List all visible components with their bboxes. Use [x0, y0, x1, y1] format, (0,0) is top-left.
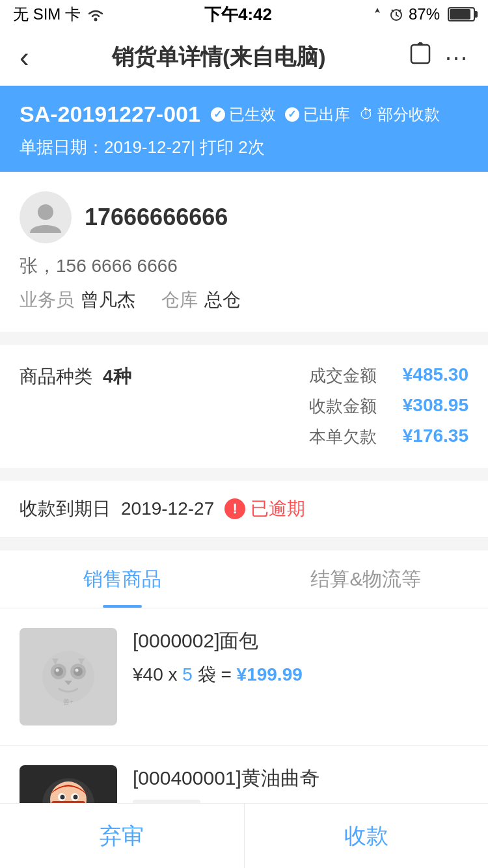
page-title: 销货单详情(来自电脑) — [112, 42, 326, 72]
sales-label: 业务员 — [20, 288, 74, 312]
customer-avatar — [20, 191, 72, 243]
customer-meta: 业务员 曾凡杰 仓库 总仓 — [20, 288, 468, 312]
svg-point-8 — [38, 204, 53, 220]
location-icon — [371, 8, 384, 21]
warehouse-name: 总仓 — [204, 288, 241, 312]
product-price-0: ¥40 x 5 袋 = ¥199.99 — [133, 662, 468, 687]
svg-point-12 — [54, 667, 63, 676]
svg-point-24 — [74, 795, 78, 800]
sales-meta: 业务员 曾凡杰 — [20, 288, 135, 312]
back-button[interactable]: ‹ — [20, 41, 29, 74]
owed-value: ¥176.35 — [403, 426, 468, 448]
product-price-val-0: ¥40 — [133, 664, 163, 685]
stats-right: 成交金额 ¥485.30 收款金额 ¥308.95 本单欠款 ¥176.35 — [309, 364, 468, 448]
status-bar-right: 87% — [371, 5, 475, 23]
tab-sales-products[interactable]: 销售商品 — [0, 550, 244, 608]
nav-bar: ‹ 销货单详情(来自电脑) ··· — [0, 29, 488, 86]
product-types-label: 商品种类 — [20, 364, 92, 389]
date-label: 单据日期： — [20, 137, 104, 157]
transaction-row: 成交金额 ¥485.30 — [309, 364, 468, 387]
date-value: 2019-12-27 — [104, 137, 191, 157]
owed-label: 本单欠款 — [309, 426, 377, 448]
share-icon[interactable] — [409, 42, 432, 72]
status-bar: 无 SIM 卡 下午4:42 87% — [0, 0, 488, 29]
status-bar-left: 无 SIM 卡 — [13, 4, 105, 25]
due-date-value: 2019-12-27 — [121, 498, 214, 519]
received-label: 收款金额 — [309, 395, 377, 418]
status-tags: ✓ 已生效 ✓ 已出库 ⏱ 部分收款 — [211, 104, 440, 125]
customer-info: 张，156 6666 6666 — [20, 254, 468, 278]
status-partial-label: 部分收款 — [377, 104, 440, 125]
order-date: 单据日期：2019-12-27| 打印 2次 — [20, 136, 468, 159]
received-row: 收款金额 ¥308.95 — [309, 395, 468, 418]
svg-line-3 — [396, 15, 398, 16]
battery-label: 87% — [409, 5, 440, 23]
transaction-value: ¥485.30 — [403, 364, 468, 387]
tab-settlement-label: 结算&物流等 — [310, 566, 421, 593]
carrier-label: 无 SIM 卡 — [13, 4, 81, 25]
print-label: | 打印 — [191, 137, 234, 157]
due-label: 收款到期日 — [20, 496, 111, 521]
product-item-0: 善+ [0000002]面包 ¥40 x 5 袋 = ¥199.99 — [0, 608, 488, 746]
clock-icon: ⏱ — [359, 106, 373, 123]
svg-point-0 — [94, 18, 98, 21]
product-total-0: ¥199.99 — [237, 664, 303, 685]
customer-section: 17666666666 张，156 6666 6666 业务员 曾凡杰 仓库 总… — [0, 172, 488, 332]
reject-button[interactable]: 弃审 — [0, 804, 245, 868]
transaction-label: 成交金额 — [309, 364, 377, 387]
status-shipped-label: 已出库 — [303, 104, 350, 125]
tab-settlement[interactable]: 结算&物流等 — [244, 550, 488, 608]
check-icon-2: ✓ — [285, 107, 299, 122]
stats-section: 商品种类 4种 成交金额 ¥485.30 收款金额 ¥308.95 本单欠款 ¥… — [0, 345, 488, 468]
product-name-0: [0000002]面包 — [133, 628, 468, 655]
product-eq-0: = — [221, 664, 236, 685]
svg-text:善+: 善+ — [63, 698, 74, 705]
product-qty-0: 5 — [182, 664, 193, 685]
product-info-0: [0000002]面包 ¥40 x 5 袋 = ¥199.99 — [133, 628, 468, 687]
product-unit-0: 袋 — [198, 664, 216, 685]
customer-phone: 17666666666 — [85, 204, 228, 231]
alarm-icon — [389, 7, 403, 21]
nav-actions: ··· — [409, 42, 468, 72]
product-image-0: 善+ — [20, 628, 117, 726]
overdue-text: 已逾期 — [251, 496, 305, 521]
svg-point-23 — [61, 795, 65, 800]
battery-icon — [448, 7, 475, 21]
warehouse-meta: 仓库 总仓 — [161, 288, 241, 312]
received-value: ¥308.95 — [403, 395, 468, 418]
due-section: 收款到期日 2019-12-27 ! 已逾期 — [0, 481, 488, 537]
check-icon-1: ✓ — [211, 107, 225, 122]
reject-label: 弃审 — [100, 821, 144, 851]
status-effected: ✓ 已生效 — [211, 104, 276, 125]
status-bar-time: 下午4:42 — [204, 3, 272, 26]
overdue-icon: ! — [224, 498, 245, 519]
status-shipped: ✓ 已出库 — [285, 104, 350, 125]
warehouse-label: 仓库 — [161, 288, 198, 312]
tab-sales-products-label: 销售商品 — [83, 566, 161, 593]
svg-point-9 — [42, 651, 94, 703]
status-partial: ⏱ 部分收款 — [359, 104, 440, 125]
collect-button[interactable]: 收款 — [245, 804, 489, 868]
customer-name-label: 张， — [20, 256, 56, 276]
svg-rect-6 — [411, 45, 429, 63]
sales-name: 曾凡杰 — [81, 288, 135, 312]
tabs: 销售商品 结算&物流等 — [0, 550, 488, 608]
svg-point-14 — [56, 669, 59, 672]
print-suffix: 次 — [248, 137, 265, 157]
customer-mobile: 156 6666 6666 — [56, 256, 178, 276]
more-icon[interactable]: ··· — [445, 44, 468, 71]
order-id: SA-20191227-001 — [20, 102, 200, 127]
overdue-badge: ! 已逾期 — [224, 496, 305, 521]
bottom-bar: 弃审 收款 — [0, 803, 488, 868]
order-header: SA-20191227-001 ✓ 已生效 ✓ 已出库 ⏱ 部分收款 单据日期：… — [0, 86, 488, 172]
product-types-value: 4种 — [103, 364, 131, 389]
svg-point-15 — [75, 669, 79, 672]
svg-point-13 — [74, 667, 83, 676]
status-effected-label: 已生效 — [229, 104, 276, 125]
print-count: 2 — [238, 137, 247, 157]
product-name-1: [000400001]黄油曲奇 — [133, 765, 468, 792]
wifi-icon — [86, 7, 105, 21]
tabs-container: 销售商品 结算&物流等 — [0, 550, 488, 608]
product-price-x-0: x — [169, 664, 183, 685]
stats-left: 商品种类 4种 — [20, 364, 131, 389]
